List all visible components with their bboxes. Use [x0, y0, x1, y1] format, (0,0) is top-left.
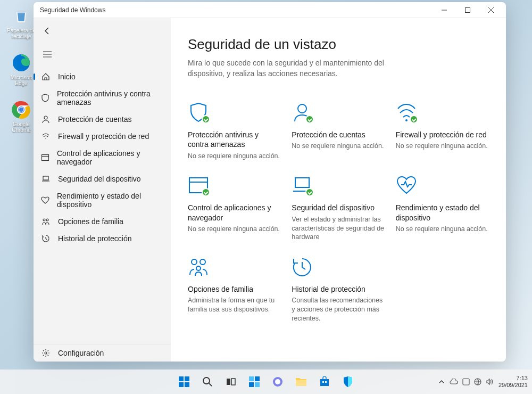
start-button[interactable]	[173, 371, 195, 392]
sidebar-item-label: Protección antivirus y contra amenazas	[57, 89, 163, 106]
desktop-icon-recycle-bin[interactable]: Papelera de reciclaje	[5, 5, 37, 39]
svg-rect-16	[43, 176, 48, 180]
card-virus-protection[interactable]: Protección antivirus y contra amenazas N…	[188, 102, 281, 160]
svg-point-26	[200, 259, 205, 265]
recycle-bin-icon	[11, 5, 32, 27]
window-icon	[188, 175, 209, 195]
svg-point-25	[192, 259, 197, 265]
svg-line-33	[209, 383, 212, 386]
shield-icon	[41, 94, 49, 102]
network-icon	[41, 132, 51, 141]
page-subtitle: Mira lo que sucede con la seguridad y el…	[188, 58, 411, 79]
card-title: Protección de cuentas	[292, 130, 385, 139]
svg-rect-39	[255, 382, 260, 387]
search-button[interactable]	[197, 371, 218, 392]
sidebar-item-virus[interactable]: Protección antivirus y contra amenazas	[34, 85, 171, 111]
card-device-security[interactable]: Seguridad del dispositivo Ver el estado …	[292, 175, 385, 242]
gear-icon	[41, 349, 51, 357]
taskbar-explorer-icon[interactable]	[290, 371, 312, 392]
sidebar-item-label: Opciones de familia	[58, 217, 123, 226]
sidebar-item-label: Protección de cuentas	[58, 115, 132, 124]
svg-rect-35	[231, 379, 235, 385]
card-desc: No se requiere ninguna acción.	[188, 152, 281, 161]
svg-point-41	[275, 379, 280, 384]
card-title: Firewall y protección de red	[396, 130, 489, 139]
svg-rect-45	[325, 381, 327, 383]
taskview-button[interactable]	[220, 371, 242, 392]
security-window: Seguridad de Windows Inicio	[34, 2, 506, 362]
card-history[interactable]: Historial de protección Consulta las rec…	[292, 257, 385, 323]
sidebar-item-appcontrol[interactable]: Control de aplicaciones y navegador	[34, 145, 171, 170]
svg-point-5	[19, 108, 23, 112]
svg-point-0	[16, 10, 26, 13]
svg-point-13	[44, 116, 47, 119]
family-icon	[41, 217, 51, 226]
desktop-icon-chrome[interactable]: Google Chrome	[5, 99, 37, 133]
svg-rect-30	[179, 382, 184, 387]
heart-icon	[41, 196, 49, 204]
sidebar-item-label: Historial de protección	[58, 234, 132, 243]
sidebar-item-account[interactable]: Protección de cuentas	[34, 111, 171, 128]
svg-point-17	[43, 219, 45, 221]
person-icon	[41, 115, 51, 124]
back-button[interactable]	[40, 23, 55, 38]
sidebar-item-label: Control de aplicaciones y navegador	[57, 149, 163, 166]
laptop-icon	[41, 175, 51, 183]
language-icon	[462, 378, 470, 385]
desktop-icon-label: Papelera de reciclaje	[7, 28, 36, 39]
sidebar: Inicio Protección antivirus y contra ame…	[34, 18, 171, 362]
taskbar-clock[interactable]: 7:13 29/09/2021	[498, 375, 528, 389]
chrome-icon	[11, 99, 32, 120]
svg-point-18	[46, 219, 48, 221]
svg-rect-24	[295, 178, 309, 187]
sidebar-item-family[interactable]: Opciones de familia	[34, 213, 171, 230]
svg-rect-46	[463, 379, 469, 385]
laptop-icon	[292, 175, 313, 195]
system-tray[interactable]	[450, 378, 493, 385]
taskbar-store-icon[interactable]	[314, 371, 335, 392]
sidebar-item-firewall[interactable]: Firewall y protección de red	[34, 128, 171, 145]
sidebar-item-history[interactable]: Historial de protección	[34, 230, 171, 247]
sidebar-item-home[interactable]: Inicio	[34, 68, 171, 85]
svg-rect-34	[227, 379, 230, 385]
card-family[interactable]: Opciones de familia Administra la forma …	[188, 257, 281, 323]
card-firewall[interactable]: Firewall y protección de red No se requi…	[396, 102, 489, 160]
svg-rect-36	[249, 376, 254, 381]
hamburger-button[interactable]	[40, 47, 55, 62]
card-desc: No se requiere ninguna acción.	[292, 142, 385, 151]
taskbar-security-icon[interactable]	[337, 371, 359, 392]
close-button[interactable]	[479, 3, 503, 18]
svg-rect-37	[255, 376, 260, 381]
sidebar-item-device-security[interactable]: Seguridad del dispositivo	[34, 170, 171, 187]
card-app-control[interactable]: Control de aplicaciones y navegador No s…	[188, 175, 281, 242]
person-icon	[292, 102, 313, 122]
network-icon	[474, 378, 481, 385]
svg-point-19	[45, 352, 47, 354]
tray-chevron-icon[interactable]	[439, 379, 444, 384]
card-performance[interactable]: Rendimiento y estado del dispositivo No …	[396, 175, 489, 242]
svg-rect-44	[322, 381, 324, 383]
card-desc: Ver el estado y administrar las caracter…	[292, 215, 385, 242]
svg-rect-7	[466, 7, 470, 12]
minimize-button[interactable]	[433, 3, 456, 18]
main-content: Seguridad de un vistazo Mira lo que suce…	[171, 18, 506, 362]
desktop-icon-label: Google Chrome	[12, 121, 31, 133]
svg-rect-28	[179, 376, 184, 381]
network-icon	[396, 102, 417, 122]
desktop-icon-label: Microsoft Edge	[11, 75, 32, 86]
window-title: Seguridad de Windows	[40, 6, 433, 14]
sidebar-item-label: Rendimiento y estado del dispositivo	[57, 192, 163, 209]
card-account-protection[interactable]: Protección de cuentas No se requiere nin…	[292, 102, 385, 160]
maximize-button[interactable]	[456, 3, 479, 18]
desktop-icon-edge[interactable]: Microsoft Edge	[5, 52, 37, 86]
taskbar-chat-icon[interactable]	[267, 371, 288, 392]
svg-rect-43	[320, 379, 329, 386]
svg-point-27	[196, 266, 201, 270]
edge-icon	[11, 52, 32, 73]
sidebar-item-settings[interactable]: Configuración	[34, 344, 171, 362]
window-icon	[41, 153, 49, 162]
widgets-button[interactable]	[244, 371, 265, 392]
sidebar-item-label: Configuración	[58, 349, 104, 357]
sidebar-item-performance[interactable]: Rendimiento y estado del dispositivo	[34, 187, 171, 213]
svg-rect-31	[185, 382, 189, 387]
